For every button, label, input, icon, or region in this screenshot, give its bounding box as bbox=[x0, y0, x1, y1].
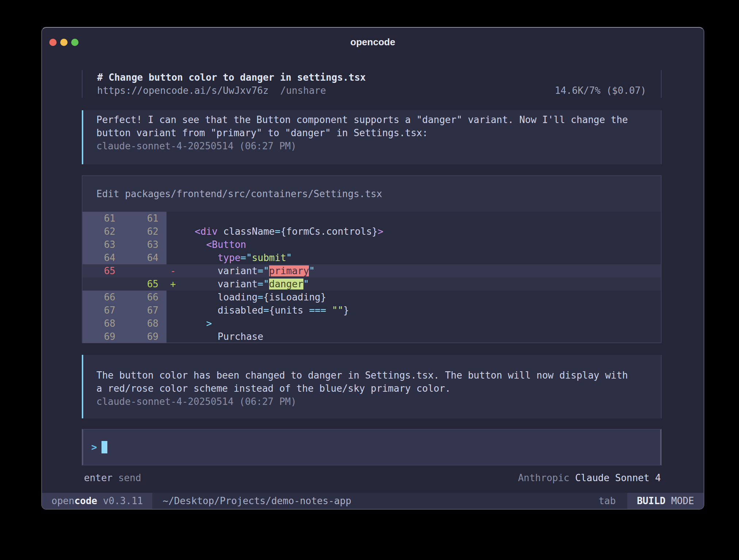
message-text-line: a red/rose color scheme instead of the b… bbox=[96, 382, 648, 395]
assistant-message: The button color has been changed to dan… bbox=[82, 355, 662, 418]
message-text-line: Perfect! I can see that the Button compo… bbox=[96, 113, 648, 126]
diff-row: 6767 disabled={units === ""} bbox=[83, 304, 661, 317]
line-number-new: 69 bbox=[123, 330, 166, 343]
diff-change-marker: - bbox=[166, 264, 183, 277]
diff-row: 6464 type="submit" bbox=[83, 251, 661, 264]
message-model-meta: claude-sonnet-4-20250514 (06:27 PM) bbox=[96, 139, 648, 153]
working-directory: ~/Desktop/Projects/demo-notes-app bbox=[162, 493, 351, 509]
message-model-meta: claude-sonnet-4-20250514 (06:27 PM) bbox=[96, 395, 648, 408]
diff-row: 6262 <div className={formCs.controls}> bbox=[83, 225, 661, 238]
line-number-new: 63 bbox=[123, 238, 166, 251]
line-number-old: 61 bbox=[83, 212, 123, 225]
diff-change-marker bbox=[166, 238, 183, 251]
text-cursor bbox=[102, 441, 107, 453]
line-number-new: 62 bbox=[123, 225, 166, 238]
status-bar: opencode v0.3.11 ~/Desktop/Projects/demo… bbox=[42, 493, 704, 509]
window-titlebar: opencode bbox=[42, 28, 704, 53]
code-line bbox=[183, 212, 661, 225]
line-number-new: 65 bbox=[123, 277, 166, 291]
app-name-open: open bbox=[51, 495, 74, 506]
line-number-new: 67 bbox=[123, 304, 166, 317]
diff-gutter: 6363 bbox=[83, 238, 166, 251]
unshare-command[interactable]: /unshare bbox=[280, 84, 326, 97]
line-number-old: 65 bbox=[83, 264, 123, 277]
code-line: disabled={units === ""} bbox=[183, 304, 661, 317]
line-number-new: 66 bbox=[123, 291, 166, 304]
message-text-line: button variant from "primary" to "danger… bbox=[96, 126, 648, 139]
hints-row: enter send Anthropic Claude Sonnet 4 bbox=[82, 471, 662, 484]
code-line: type="submit" bbox=[183, 251, 661, 264]
line-number-new: 61 bbox=[123, 212, 166, 225]
diff-gutter: 6969 bbox=[83, 330, 166, 343]
diff-row: 6969 Purchase bbox=[83, 330, 661, 343]
diff-gutter: 6262 bbox=[83, 225, 166, 238]
prompt-input[interactable]: > bbox=[82, 429, 662, 465]
code-line: > bbox=[183, 317, 661, 330]
share-url-link[interactable]: https://opencode.ai/s/UwJxv76z bbox=[97, 84, 269, 97]
diff-change-marker bbox=[166, 304, 183, 317]
diff-gutter: 6464 bbox=[83, 251, 166, 264]
diff-gutter: 65 bbox=[83, 277, 166, 291]
model-indicator: Anthropic Claude Sonnet 4 bbox=[518, 471, 661, 484]
send-hint: enter send bbox=[84, 471, 141, 484]
diff-row: 6363 <Button bbox=[83, 238, 661, 251]
line-number-old: 68 bbox=[83, 317, 123, 330]
edit-tool-title: Edit packages/frontend/src/containers/Se… bbox=[83, 176, 661, 212]
diff-gutter: 6868 bbox=[83, 317, 166, 330]
mode-suffix: MODE bbox=[666, 495, 694, 506]
message-text-line: The button color has been changed to dan… bbox=[96, 369, 648, 382]
diff-change-marker bbox=[166, 251, 183, 264]
session-title: # Change button color to danger in setti… bbox=[97, 71, 646, 84]
diff-change-marker bbox=[166, 317, 183, 330]
code-line: variant="danger" bbox=[183, 277, 661, 291]
line-number-old bbox=[83, 277, 123, 291]
app-version: v0.3.11 bbox=[97, 495, 143, 506]
code-line: <div className={formCs.controls}> bbox=[183, 225, 661, 238]
context-usage-stats: 14.6K/7% ($0.07) bbox=[555, 84, 646, 97]
assistant-message: Perfect! I can see that the Button compo… bbox=[82, 110, 662, 164]
code-line: variant="primary" bbox=[183, 264, 661, 277]
mode-segment[interactable]: BUILD MODE bbox=[627, 493, 704, 509]
line-number-old: 67 bbox=[83, 304, 123, 317]
session-header: # Change button color to danger in setti… bbox=[82, 70, 662, 98]
diff-gutter: 6161 bbox=[83, 212, 166, 225]
line-number-old: 62 bbox=[83, 225, 123, 238]
code-line: <Button bbox=[183, 238, 661, 251]
code-line: loading={isLoading} bbox=[183, 291, 661, 304]
window-title: opencode bbox=[42, 37, 704, 48]
line-number-old: 66 bbox=[83, 291, 123, 304]
diff-change-marker bbox=[166, 212, 183, 225]
provider-label: Anthropic bbox=[518, 472, 575, 483]
app-name-code: code bbox=[74, 495, 97, 506]
diff-gutter: 6767 bbox=[83, 304, 166, 317]
diff-change-marker bbox=[166, 225, 183, 238]
diff-gutter: 6666 bbox=[83, 291, 166, 304]
prompt-symbol: > bbox=[91, 442, 97, 453]
diff-view: 61616262 <div className={formCs.controls… bbox=[83, 212, 661, 343]
line-number-old: 64 bbox=[83, 251, 123, 264]
diff-change-marker: + bbox=[166, 277, 183, 291]
diff-gutter: 65 bbox=[83, 264, 166, 277]
send-action-label bbox=[112, 472, 118, 483]
enter-key-hint: enter bbox=[84, 472, 112, 483]
diff-row: 6666 loading={isLoading} bbox=[83, 291, 661, 304]
app-version-segment: opencode v0.3.11 bbox=[42, 493, 152, 509]
opencode-window: opencode # Change button color to danger… bbox=[41, 27, 704, 510]
diff-row: 6161 bbox=[83, 212, 661, 225]
model-label: Claude Sonnet 4 bbox=[575, 472, 661, 483]
code-line: Purchase bbox=[183, 330, 661, 343]
line-number-new bbox=[123, 264, 166, 277]
line-number-new: 68 bbox=[123, 317, 166, 330]
diff-change-marker bbox=[166, 330, 183, 343]
line-number-old: 63 bbox=[83, 238, 123, 251]
line-number-old: 69 bbox=[83, 330, 123, 343]
diff-change-marker bbox=[166, 291, 183, 304]
send-action-label: send bbox=[118, 472, 141, 483]
diff-row: 65+ variant="danger" bbox=[83, 277, 661, 291]
mode-name: BUILD bbox=[637, 495, 665, 506]
diff-row: 65- variant="primary" bbox=[83, 264, 661, 277]
diff-row: 6868 > bbox=[83, 317, 661, 330]
tab-key-hint: tab bbox=[598, 493, 616, 509]
line-number-new: 64 bbox=[123, 251, 166, 264]
edit-tool-block: Edit packages/frontend/src/containers/Se… bbox=[82, 175, 662, 343]
